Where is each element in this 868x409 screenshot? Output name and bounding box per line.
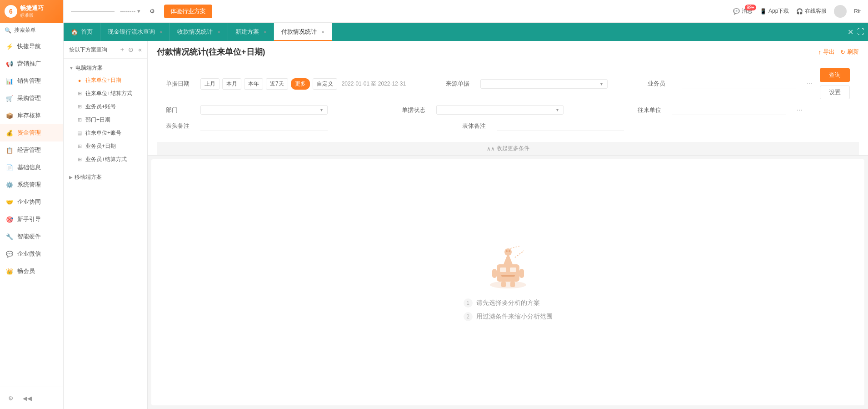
scheme-item-unit-settlement[interactable]: ⊞ 往来单位+结算方式 — [64, 87, 147, 100]
status-select[interactable]: ▾ — [436, 105, 564, 115]
tab-receipt[interactable]: 收款情况统计 × — [170, 23, 228, 41]
query-btn[interactable]: 查询 — [820, 68, 850, 82]
sidebar-item-marketing[interactable]: 📢 营销推广 — [0, 55, 63, 72]
status-arrow-icon: ▾ — [556, 107, 559, 112]
tab-home[interactable]: 🏠 首页 — [64, 23, 100, 41]
settings-footer-btn[interactable]: ⚙ — [5, 392, 17, 404]
collapse-bar: ∧∧ 收起更多条件 — [157, 142, 859, 155]
topbar-gear-btn[interactable]: ⚙ — [146, 5, 159, 18]
topbar-dropdown[interactable]: ▪▪▪▪▪▪▪▪ ▾ — [120, 8, 140, 15]
member-label: 畅会员 — [17, 267, 35, 275]
dept-select[interactable]: ▾ — [200, 105, 328, 115]
tab-bank[interactable]: 现金银行流水查询 × — [100, 23, 170, 41]
header-note-input[interactable] — [200, 121, 328, 131]
scheme-item-dept-date[interactable]: ⊞ 部门+日期 — [64, 113, 147, 126]
tab-home-label: 首页 — [81, 28, 93, 36]
scheme-item-staff-account[interactable]: ⊞ 业务员+账号 — [64, 100, 147, 113]
source-arrow-icon: ▾ — [600, 81, 603, 86]
partner-filter-label: 往来单位 — [638, 106, 665, 114]
dept-filter-label: 部门 — [166, 106, 193, 114]
system-label: 系统管理 — [17, 181, 41, 189]
svg-rect-3 — [510, 268, 516, 272]
sidebar-item-guide[interactable]: 🎯 新手引导 — [0, 211, 63, 228]
body-note-label: 表体备注 — [462, 122, 489, 130]
empty-state: 1 请先选择要分析的方案 2 用过滤条件来缩小分析范围 — [151, 159, 864, 405]
tab-receipt-close[interactable]: × — [217, 29, 220, 35]
tab-bank-close[interactable]: × — [160, 29, 162, 35]
app-version: 标准版 — [20, 12, 44, 19]
partner-input[interactable] — [672, 105, 786, 115]
app-download-btn[interactable]: 📱 App下载 — [760, 7, 789, 15]
tab-expand-btn[interactable]: ⛶ — [857, 28, 864, 36]
mobile-scheme-label: 移动端方案 — [75, 173, 102, 181]
tab-payment-close[interactable]: × — [321, 29, 324, 35]
sidebar-item-member[interactable]: 👑 畅会员 — [0, 263, 63, 280]
sidebar-item-quick[interactable]: ⚡ 快捷导航 — [0, 38, 63, 55]
sales-label: 销售管理 — [17, 77, 41, 85]
desktop-scheme-title[interactable]: ▼ 电脑端方案 — [64, 61, 147, 74]
last-month-btn[interactable]: 上月 — [200, 78, 219, 90]
tab-close-all-btn[interactable]: ✕ — [848, 28, 853, 36]
tab-new-close[interactable]: × — [264, 29, 266, 35]
last-7days-btn[interactable]: 近7天 — [266, 78, 288, 90]
sidebar-item-finance[interactable]: 💰 资金管理 — [0, 124, 63, 141]
active-circle-icon: ● — [76, 77, 83, 84]
collapse-panel-btn[interactable]: « — [138, 46, 142, 53]
grid-icon-1: ⊞ — [76, 91, 83, 97]
trial-btn[interactable]: 体验行业方案 — [164, 5, 212, 18]
scheme-item-dept-date-label: 部门+日期 — [85, 116, 110, 124]
scheme-item-staff-date[interactable]: ⊞ 业务员+日期 — [64, 140, 147, 153]
scheme-item-unit-date[interactable]: ● 往来单位+日期 — [64, 74, 147, 87]
sidebar-item-system[interactable]: ⚙️ 系统管理 — [0, 176, 63, 193]
staff-input[interactable] — [682, 79, 796, 89]
sidebar-item-purchase[interactable]: 🛒 采购管理 — [0, 90, 63, 107]
more-btn[interactable]: 更多 — [291, 78, 310, 90]
filter-settings-btn[interactable]: 设置 — [820, 86, 850, 99]
source-filter-label: 来源单据 — [446, 80, 473, 88]
source-select[interactable]: ▾ — [480, 79, 608, 89]
scheme-item-unit-account[interactable]: ▤ 往来单位+账号 — [64, 126, 147, 140]
header-note-label: 表头备注 — [166, 122, 193, 130]
custom-btn[interactable]: 自定义 — [313, 78, 337, 90]
svg-rect-8 — [510, 282, 515, 287]
svg-point-9 — [504, 248, 512, 256]
guide-label: 新手引导 — [17, 215, 41, 223]
sidebar-item-operation[interactable]: 📋 经营管理 — [0, 141, 63, 159]
tip-text-1: 请先选择要分析的方案 — [476, 299, 540, 307]
staff-more-icon[interactable]: ··· — [807, 80, 813, 88]
sidebar-item-enterprise[interactable]: 🤝 企业协同 — [0, 193, 63, 211]
scheme-item-staff-settlement[interactable]: ⊞ 业务员+结算方式 — [64, 153, 147, 166]
sidebar-item-basic[interactable]: 📄 基础信息 — [0, 159, 63, 176]
tab-new[interactable]: 新建方案 × — [228, 23, 274, 41]
message-icon: 💬 — [733, 8, 740, 15]
sidebar-item-hardware[interactable]: 🔧 智能硬件 — [0, 228, 63, 245]
tab-payment[interactable]: 付款情况统计 × — [274, 23, 332, 41]
tab-new-label: 新建方案 — [235, 28, 259, 36]
service-btn[interactable]: 🎧 在线客服 — [796, 7, 827, 15]
collapse-sidebar-btn[interactable]: ◀◀ — [21, 392, 34, 404]
message-badge: 99+ — [745, 5, 756, 10]
sidebar-item-inventory[interactable]: 📦 库存核算 — [0, 107, 63, 124]
add-scheme-btn[interactable]: ＋ — [119, 45, 125, 54]
svg-rect-7 — [501, 282, 506, 287]
sidebar-item-wechat[interactable]: 💬 企业微信 — [0, 245, 63, 263]
refresh-btn[interactable]: ↻ 刷新 — [840, 48, 859, 56]
search-menu-item[interactable]: 🔍 搜索菜单 — [0, 23, 63, 38]
staff-filter-label: 业务员 — [648, 80, 675, 88]
scheme-item-staff-account-label: 业务员+账号 — [85, 103, 116, 111]
partner-more-icon[interactable]: ··· — [797, 106, 803, 114]
empty-tip-1: 1 请先选择要分析的方案 — [464, 298, 553, 308]
this-month-btn[interactable]: 本月 — [222, 78, 241, 90]
tabbar: 🏠 首页 现金银行流水查询 × 收款情况统计 × 新建方案 × 付款情况统计 ×… — [64, 23, 868, 41]
mobile-scheme-title[interactable]: ▶ 移动端方案 — [64, 170, 147, 183]
scheme-settings-btn[interactable]: ⊙ — [128, 46, 134, 53]
message-btn[interactable]: 💬 消息 99+ — [733, 7, 753, 15]
sidebar-item-sales[interactable]: 📊 销售管理 — [0, 72, 63, 90]
export-btn[interactable]: ↑ 导出 — [818, 48, 835, 56]
collapse-more-btn[interactable]: ∧∧ 收起更多条件 — [487, 145, 529, 152]
content-area: 按以下方案查询 ＋ ⊙ « ▼ 电脑端方案 ● 往来单位+日期 ⊞ — [64, 41, 868, 409]
page-header-actions: ↑ 导出 ↻ 刷新 — [818, 48, 859, 56]
body-note-input[interactable] — [497, 121, 624, 131]
filter-row-1: 单据日期 上月 本月 本年 近7天 更多 自定义 2022-01-01 至 20… — [166, 68, 850, 99]
this-year-btn[interactable]: 本年 — [244, 78, 263, 90]
